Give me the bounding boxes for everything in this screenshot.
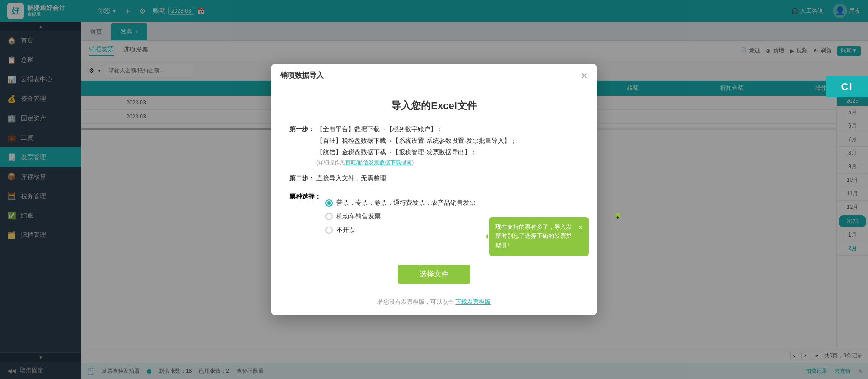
tooltip-text: 现在支持的票种多了，导入发票时别忘了选择正确的发票类型呀!	[495, 223, 572, 249]
dialog-main-title: 导入您的Excel文件	[289, 99, 579, 113]
dialog-body: 导入您的Excel文件 第一步： 【全电平台】数据下载→【税务数字账户】； 【百…	[271, 88, 597, 265]
step1-line3: 【航信】金税盘数据下载→【报税管理-发票数据导出】；	[316, 147, 579, 158]
bottom-note-prefix: 若您没有发票模版，可以点击	[377, 298, 454, 305]
radio-no-ticket-label: 不开票	[336, 226, 355, 234]
radio-group: 普票，专票，卷票，通行费发票，农产品销售发票 机动车销售发票 ● × 现在支持的…	[326, 199, 476, 240]
import-dialog: 销项数据导入 ✕ 导入您的Excel文件 第一步： 【全电平台】数据下载→【税务…	[271, 64, 597, 315]
tooltip-box: × 现在支持的票种多了，导入发票时别忘了选择正确的发票类型呀!	[489, 217, 589, 256]
step2-row: 第二步： 直接导入文件，无需整理	[289, 173, 579, 184]
download-template-link[interactable]: 下载发票模版	[455, 298, 491, 305]
step1-label: 第一步：	[289, 123, 316, 167]
step1-note-end: )	[412, 159, 414, 166]
radio-no-ticket-circle	[326, 227, 333, 234]
step1-guide-link[interactable]: 百旺/航信发票数据下载指南	[345, 159, 412, 166]
radio-normal[interactable]: 普票，专票，卷票，通行费发票，农产品销售发票	[326, 199, 476, 207]
ci-badge: CI	[826, 76, 868, 97]
dialog-footer: 选择文件	[271, 265, 597, 293]
radio-normal-dot	[327, 201, 331, 205]
select-file-button[interactable]: 选择文件	[398, 265, 470, 284]
radio-vehicle-label: 机动车销售发票	[336, 213, 381, 221]
step1-note-prefix: (详细操作见	[316, 159, 345, 166]
radio-vehicle[interactable]: 机动车销售发票 ● × 现在支持的票种多了，导入发票时别忘了选择正确的发票类型呀…	[326, 213, 476, 221]
tooltip-connector-dot: ●	[616, 213, 620, 218]
dialog-close-button[interactable]: ✕	[581, 72, 588, 80]
tooltip-close-btn[interactable]: ×	[579, 223, 582, 232]
step2-text: 直接导入文件，无需整理	[316, 173, 579, 184]
dialog-bottom-note: 若您没有发票模版，可以点击 下载发票模版	[271, 293, 597, 315]
step1-line1: 【全电平台】数据下载→【税务数字账户】；	[316, 123, 579, 135]
radio-vehicle-circle	[326, 213, 333, 220]
ticket-section: 票种选择： 普票，专票，卷票，通行费发票，农产品销售发票 机动车销售发票 ●	[289, 192, 579, 247]
dialog-title: 销项数据导入	[280, 71, 324, 81]
step2-label: 第二步：	[289, 173, 316, 184]
radio-normal-label: 普票，专票，卷票，通行费发票，农产品销售发票	[336, 199, 476, 207]
radio-no-ticket[interactable]: 不开票	[326, 226, 476, 234]
step1-content: 【全电平台】数据下载→【税务数字账户】； 【百旺】税控盘数据下载→【系统设置-系…	[316, 123, 579, 167]
radio-normal-circle	[326, 199, 333, 207]
dialog-header: 销项数据导入 ✕	[271, 64, 597, 88]
ticket-label: 票种选择：	[289, 192, 326, 201]
step1-row: 第一步： 【全电平台】数据下载→【税务数字账户】； 【百旺】税控盘数据下载→【系…	[289, 123, 579, 167]
modal-overlay: 销项数据导入 ✕ 导入您的Excel文件 第一步： 【全电平台】数据下载→【税务…	[0, 0, 868, 379]
step1-line2: 【百旺】税控盘数据下载→【系统设置-系统参数设置-发票批量导入】；	[316, 135, 579, 147]
step1-note: (详细操作见百旺/航信发票数据下载指南)	[316, 158, 579, 168]
